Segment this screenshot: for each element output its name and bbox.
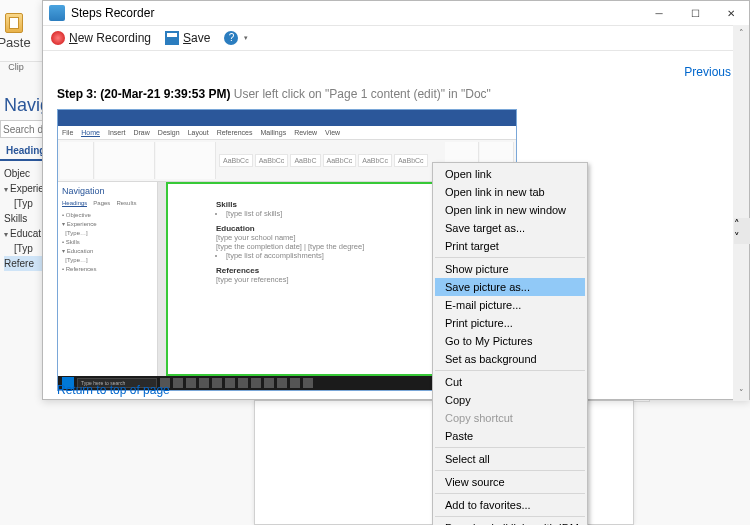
tree-item[interactable]: Educat bbox=[4, 226, 46, 241]
help-button[interactable]: ?▾ bbox=[224, 31, 248, 45]
paste-icon bbox=[5, 13, 23, 33]
shot-tab: Review bbox=[294, 129, 317, 136]
taskbar-icon bbox=[303, 378, 313, 388]
menu-item[interactable]: Save target as... bbox=[435, 219, 585, 237]
paste-label: Paste bbox=[0, 35, 31, 50]
menu-item[interactable]: Print target bbox=[435, 237, 585, 255]
taskbar-icon bbox=[290, 378, 300, 388]
scroll-up-icon[interactable]: ˄ bbox=[734, 218, 750, 231]
context-menu: Open linkOpen link in new tabOpen link i… bbox=[432, 162, 588, 525]
menu-item[interactable]: Download all links with IDM bbox=[435, 519, 585, 525]
close-button[interactable]: ✕ bbox=[713, 1, 749, 25]
shot-tab: File bbox=[62, 129, 73, 136]
menu-item[interactable]: Show picture bbox=[435, 260, 585, 278]
shot-tab: View bbox=[325, 129, 340, 136]
host-outline-tree: Objec Experie [Typ Skills Educat [Typ Re… bbox=[4, 166, 46, 271]
shot-heading: References bbox=[216, 266, 458, 275]
previous-link[interactable]: Previous bbox=[684, 65, 731, 79]
menu-item[interactable]: Print picture... bbox=[435, 314, 585, 332]
menu-item[interactable]: Open link in new tab bbox=[435, 183, 585, 201]
taskbar-icon bbox=[199, 378, 209, 388]
shot-nav-pane: Navigation Headings Pages Results • Obje… bbox=[58, 182, 158, 376]
menu-item[interactable]: Cut bbox=[435, 373, 585, 391]
shot-nav-tab: Pages bbox=[93, 200, 110, 207]
paste-button[interactable]: Paste bbox=[0, 0, 28, 62]
shot-nav-title: Navigation bbox=[62, 186, 153, 196]
clipboard-group-label: Clip bbox=[0, 62, 32, 72]
shot-tab: Home bbox=[81, 129, 100, 137]
taskbar-icon bbox=[264, 378, 274, 388]
taskbar-icon bbox=[212, 378, 222, 388]
shot-titlebar bbox=[58, 110, 516, 126]
shot-tab: Draw bbox=[133, 129, 149, 136]
step-description: User left click on "Page 1 content (edit… bbox=[230, 87, 490, 101]
shot-heading: Skills bbox=[216, 200, 458, 209]
menu-item[interactable]: Open link in new window bbox=[435, 201, 585, 219]
host-search-input[interactable] bbox=[0, 120, 46, 138]
shot-ribbon-group bbox=[95, 142, 155, 179]
shot-placeholder: [type list of accomplishments] bbox=[226, 251, 458, 260]
shot-placeholder: [type your school name] bbox=[216, 233, 458, 242]
menu-item[interactable]: Copy bbox=[435, 391, 585, 409]
menu-item[interactable]: Select all bbox=[435, 450, 585, 468]
shot-nav-tab: Results bbox=[116, 200, 136, 207]
tree-item[interactable]: Objec bbox=[4, 166, 46, 181]
shot-ribbon-group bbox=[156, 142, 216, 179]
menu-item[interactable]: Go to My Pictures bbox=[435, 332, 585, 350]
shot-style: AaBbCc bbox=[394, 154, 428, 167]
shot-nav-tab: Headings bbox=[62, 200, 87, 207]
menu-item[interactable]: E-mail picture... bbox=[435, 296, 585, 314]
save-button[interactable]: Save bbox=[165, 31, 210, 45]
shot-tab: Mailings bbox=[260, 129, 286, 136]
taskbar-icon bbox=[225, 378, 235, 388]
return-top-link[interactable]: Return to top of page bbox=[57, 383, 170, 397]
shot-style: AaBbCc bbox=[219, 154, 253, 167]
shot-ribbon-group bbox=[60, 142, 94, 179]
steps-recorder-window: Steps Recorder ─ ☐ ✕ New Recording Save … bbox=[42, 0, 750, 400]
minimize-button[interactable]: ─ bbox=[641, 1, 677, 25]
menu-item[interactable]: Set as background bbox=[435, 350, 585, 368]
taskbar-icon bbox=[277, 378, 287, 388]
shot-style: AaBbCc bbox=[358, 154, 392, 167]
menu-item[interactable]: Add to favorites... bbox=[435, 496, 585, 514]
shot-tabs: File Home Insert Draw Design Layout Refe… bbox=[58, 126, 516, 140]
tree-item-selected[interactable]: Refere bbox=[4, 256, 46, 271]
toolbar: New Recording Save ?▾ bbox=[43, 25, 749, 51]
shot-styles-gallery: AaBbCc AaBbCc AaBbC AaBbCc AaBbCc AaBbCc bbox=[217, 142, 444, 179]
recorder-body: Previous Step 3: (20-Mar-21 9:39:53 PM) … bbox=[43, 51, 749, 399]
help-icon: ? bbox=[224, 31, 238, 45]
app-icon bbox=[49, 5, 65, 21]
scroll-up-icon[interactable]: ˄ bbox=[733, 25, 749, 41]
shot-tab: Layout bbox=[188, 129, 209, 136]
save-icon bbox=[165, 31, 179, 45]
taskbar-icon bbox=[251, 378, 261, 388]
chevron-down-icon: ▾ bbox=[244, 34, 248, 42]
new-recording-button[interactable]: New Recording bbox=[51, 31, 151, 45]
maximize-button[interactable]: ☐ bbox=[677, 1, 713, 25]
menu-item[interactable]: Open link bbox=[435, 165, 585, 183]
shot-style: AaBbCc bbox=[323, 154, 357, 167]
step-caption: Step 3: (20-Mar-21 9:39:53 PM) User left… bbox=[57, 87, 735, 101]
shot-tab: Insert bbox=[108, 129, 126, 136]
tree-item[interactable]: Experie bbox=[4, 181, 46, 196]
menu-item[interactable]: View source bbox=[435, 473, 585, 491]
tree-item[interactable]: Skills bbox=[4, 211, 46, 226]
record-icon bbox=[51, 31, 65, 45]
outer-scrollbar[interactable]: ˄ ˅ bbox=[734, 218, 750, 388]
shot-tab: References bbox=[217, 129, 253, 136]
titlebar[interactable]: Steps Recorder ─ ☐ ✕ bbox=[43, 1, 749, 25]
tree-item[interactable]: [Typ bbox=[4, 196, 46, 211]
menu-item[interactable]: Paste bbox=[435, 427, 585, 445]
host-nav-title: Naviga bbox=[0, 95, 46, 116]
shot-style: AaBbCc bbox=[255, 154, 289, 167]
shot-placeholder: [type the completion date] | [type the d… bbox=[216, 242, 458, 251]
tree-item[interactable]: [Typ bbox=[4, 241, 46, 256]
shot-style: AaBbC bbox=[290, 154, 320, 167]
scroll-down-icon[interactable]: ˅ bbox=[734, 231, 750, 244]
host-tab-headings[interactable]: Headings bbox=[0, 142, 46, 161]
taskbar-icon bbox=[238, 378, 248, 388]
menu-item[interactable]: Save picture as... bbox=[435, 278, 585, 296]
shot-placeholder: [type list of skills] bbox=[226, 209, 458, 218]
shot-heading: Education bbox=[216, 224, 458, 233]
host-nav-tabs: Headings bbox=[0, 142, 46, 161]
